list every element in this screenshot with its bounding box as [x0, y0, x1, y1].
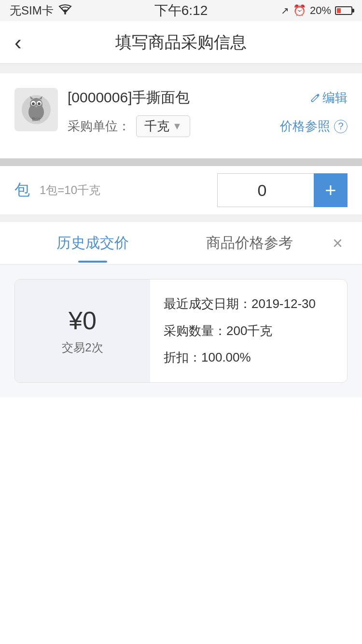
- tab-price-reference[interactable]: 商品价格参考: [171, 224, 327, 263]
- quantity-input[interactable]: [217, 173, 314, 207]
- product-name-row: [0000006]手撕面包 编辑: [68, 88, 348, 108]
- recent-date-label: 最近成交日期：: [164, 296, 251, 311]
- purchase-qty-label: 采购数量：: [164, 323, 226, 338]
- alarm-icon: ⏰: [293, 4, 306, 17]
- purchase-qty-row: 采购数量：200千克: [164, 321, 334, 341]
- svg-point-0: [64, 13, 66, 14]
- product-image-icon: 数计: [19, 93, 53, 126]
- dropdown-arrow-icon: ▼: [172, 121, 182, 132]
- price-card-container: ¥0 交易2次 最近成交日期：2019-12-30 采购数量：200千克 折扣：…: [0, 265, 362, 397]
- product-info: [0000006]手撕面包 编辑 采购单位： 千克 ▼: [68, 88, 348, 137]
- discount-row: 折扣：100.00%: [164, 348, 334, 368]
- product-header: 数计 [0000006]手撕面包 编辑 采购单位：: [14, 88, 348, 137]
- recent-date-row: 最近成交日期：2019-12-30: [164, 294, 334, 314]
- back-button[interactable]: ‹: [14, 26, 31, 59]
- battery-icon: [335, 6, 352, 15]
- transaction-count: 交易2次: [62, 340, 103, 355]
- battery-percent: 20%: [310, 4, 331, 17]
- price-value: 0: [83, 307, 97, 335]
- quantity-left: 包 1包=10千克: [14, 180, 100, 201]
- page-title: 填写商品采购信息: [115, 31, 247, 54]
- status-right: ↗ ⏰ 20%: [281, 4, 352, 17]
- price-right-panel: 最近成交日期：2019-12-30 采购数量：200千克 折扣：100.00%: [150, 280, 347, 382]
- product-thumbnail: 数计: [14, 88, 58, 131]
- discount-value: 100.00%: [201, 350, 251, 364]
- svg-point-6: [32, 102, 35, 105]
- svg-text:数计: 数计: [32, 117, 41, 122]
- edit-button[interactable]: 编辑: [310, 89, 348, 106]
- unit-left: 采购单位： 千克 ▼: [68, 115, 190, 137]
- unit-value: 千克: [144, 118, 169, 135]
- location-icon: ↗: [281, 5, 289, 16]
- price-left-panel: ¥0 交易2次: [15, 280, 150, 382]
- quantity-right: +: [217, 173, 348, 207]
- tab-history-price[interactable]: 历史成交价: [14, 224, 171, 263]
- empty-content-area: [0, 397, 362, 644]
- edit-icon: [310, 93, 320, 103]
- unit-conversion: 1包=10千克: [40, 182, 100, 198]
- purchase-unit-row: 采购单位： 千克 ▼ 价格参照 ?: [68, 115, 348, 137]
- status-time: 下午6:12: [154, 1, 208, 20]
- currency-symbol: ¥: [69, 307, 83, 335]
- status-left: 无SIM卡: [10, 3, 72, 18]
- carrier-label: 无SIM卡: [10, 3, 54, 18]
- nav-bar: ‹ 填写商品采购信息: [0, 21, 362, 64]
- unit-select-dropdown[interactable]: 千克 ▼: [136, 115, 190, 137]
- tabs-header: 历史成交价 商品价格参考 ×: [0, 222, 362, 265]
- recent-date-value: 2019-12-30: [251, 296, 316, 311]
- price-reference-button[interactable]: 价格参照 ?: [280, 118, 348, 135]
- price-amount: ¥0: [69, 306, 97, 335]
- tabs-close-button[interactable]: ×: [328, 230, 348, 257]
- svg-point-7: [38, 102, 41, 105]
- status-bar: 无SIM卡 下午6:12 ↗ ⏰ 20%: [0, 0, 362, 21]
- product-section: 数计 [0000006]手撕面包 编辑 采购单位：: [0, 73, 362, 158]
- quantity-plus-button[interactable]: +: [314, 173, 348, 207]
- tabs-section: 历史成交价 商品价格参考 × ¥0 交易2次 最近成交日期：2019-12-30…: [0, 222, 362, 644]
- quantity-section: 包 1包=10千克 +: [0, 166, 362, 214]
- unit-badge: 包: [14, 180, 30, 201]
- price-card: ¥0 交易2次 最近成交日期：2019-12-30 采购数量：200千克 折扣：…: [14, 279, 348, 383]
- unit-label: 采购单位：: [68, 118, 130, 135]
- product-full-name: [0000006]手撕面包: [68, 88, 190, 108]
- help-icon: ?: [334, 120, 348, 133]
- section-divider: [0, 158, 362, 166]
- discount-label: 折扣：: [164, 350, 201, 364]
- purchase-qty-value: 200千克: [226, 323, 272, 338]
- price-ref-label: 价格参照: [280, 118, 330, 135]
- wifi-icon: [58, 4, 72, 17]
